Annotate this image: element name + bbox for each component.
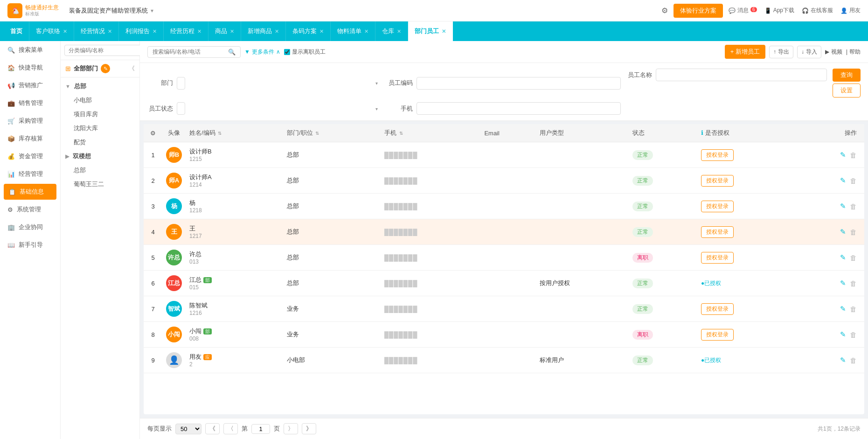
app-download-button[interactable]: 📱 App下载 [764,7,794,14]
search-input[interactable] [153,49,226,55]
page-number-input[interactable] [251,424,270,434]
import-button[interactable]: ↓ 导入 [797,46,821,58]
trial-button[interactable]: 体验行业方案 [674,4,723,18]
edit-button[interactable]: ✎ [840,202,846,210]
delete-button[interactable]: 🗑 [850,279,857,287]
tab-goods[interactable]: 商品 ✕ [208,21,241,41]
sidebar-item-sales[interactable]: 💼 销售管理 [0,94,60,112]
dept-tree-item-xiaodianju[interactable]: 小电部 [61,93,139,107]
sidebar-item-corp[interactable]: 🏢 企业协同 [0,218,60,236]
sidebar-item-system[interactable]: ⚙ 系统管理 [0,201,60,218]
dept-tree-item-peihuo[interactable]: 配货 [61,135,139,149]
dept-tree-item-zongbu[interactable]: 总部 [61,163,139,177]
edit-button[interactable]: ✎ [840,151,846,159]
close-icon[interactable]: ✕ [63,28,67,35]
sidebar-item-inventory[interactable]: 📦 库存核算 [0,130,60,147]
dept-filter-select[interactable] [177,77,185,90]
dept-edit-button[interactable]: ✎ [101,64,110,73]
close-icon[interactable]: ✕ [230,28,234,35]
sidebar-item-finance[interactable]: 💰 资金管理 [0,147,60,165]
tab-home[interactable]: 首页 [4,21,29,41]
col-settings[interactable]: ⚙ [144,124,162,142]
sidebar-item-purchase[interactable]: 🛒 采购管理 [0,112,60,130]
auth-login-button[interactable]: 授权登录 [701,149,734,161]
close-icon[interactable]: ✕ [442,28,446,35]
edit-button[interactable]: ✎ [840,228,846,236]
tab-add-goods[interactable]: 新增商品 ✕ [241,21,286,41]
close-icon[interactable]: ✕ [364,28,368,35]
tab-customer[interactable]: 客户联络 ✕ [29,21,74,41]
auth-login-button[interactable]: 授权登录 [701,175,734,187]
show-resigned-checkbox[interactable] [284,49,290,55]
dept-collapse-button[interactable]: 《 [129,64,135,73]
dept-search-input[interactable] [64,45,143,56]
emp-name-input[interactable] [656,69,827,81]
dept-tree-item-project[interactable]: 项目库房 [61,107,139,121]
edit-button[interactable]: ✎ [840,305,846,313]
col-name-code[interactable]: 姓名/编码 ⇅ [186,124,283,142]
filter-more-button[interactable]: ▼ 更多条件 ∧ [244,48,280,56]
emp-code-input[interactable] [417,77,621,90]
sidebar-item-basic[interactable]: 📋 基础信息 [4,184,56,200]
delete-button[interactable]: 🗑 [850,177,857,185]
delete-button[interactable]: 🗑 [850,228,857,236]
delete-button[interactable]: 🗑 [850,151,857,159]
tab-warehouse[interactable]: 仓库 ✕ [375,21,408,41]
view-button[interactable]: ▶ 视频 [825,48,842,56]
next-page-button[interactable]: 〉 [284,423,298,434]
tab-operation[interactable]: 经营情况 ✕ [74,21,119,41]
first-page-button[interactable]: 《 [205,423,220,434]
search-icon[interactable]: 🔍 [228,49,236,56]
auth-login-button[interactable]: 授权登录 [701,201,734,212]
status-filter-select[interactable] [177,102,185,115]
edit-button[interactable]: ✎ [840,356,846,364]
edit-button[interactable]: ✎ [840,279,846,287]
auth-login-button[interactable]: 授权登录 [701,303,734,315]
phone-input[interactable] [417,102,621,115]
dept-tree-item-shuanglou[interactable]: ▶双楼想 [61,149,139,163]
auth-login-button[interactable]: 授权登录 [701,226,734,238]
close-icon[interactable]: ✕ [319,28,324,35]
tab-history[interactable]: 经营历程 ✕ [164,21,208,41]
edit-button[interactable]: ✎ [840,330,846,339]
auth-login-button[interactable]: 授权登录 [701,252,734,264]
sidebar-item-quicknav[interactable]: 🏠 快捷导航 [0,59,60,77]
delete-button[interactable]: 🗑 [850,331,857,339]
dept-tree-item-general[interactable]: ▼总部 [61,79,139,93]
col-phone[interactable]: 手机 ⇅ [381,124,480,142]
dept-tree-item-putaowang[interactable]: 葡萄王三二 [61,177,139,191]
edit-button[interactable]: ✎ [840,253,846,262]
sidebar-item-operation[interactable]: 📊 经营管理 [0,165,60,183]
add-employee-button[interactable]: + 新增员工 [725,45,765,59]
close-icon[interactable]: ✕ [153,28,157,35]
close-icon[interactable]: ✕ [108,28,112,35]
online-service-button[interactable]: 🎧 在线客服 [802,7,833,14]
close-icon[interactable]: ✕ [397,28,401,35]
export-button[interactable]: ↑ 导出 [769,46,793,58]
tab-profit[interactable]: 利润报告 ✕ [119,21,164,41]
set-button[interactable]: 设置 [833,84,861,98]
delete-button[interactable]: 🗑 [850,254,857,262]
prev-page-button[interactable]: 〈 [223,423,238,434]
edit-button[interactable]: ✎ [840,176,846,185]
delete-button[interactable]: 🗑 [850,356,857,364]
query-button[interactable]: 查询 [833,69,861,82]
message-button[interactable]: 💬 消息 6 [729,7,757,14]
sidebar-item-search[interactable]: 🔍 搜索菜单 [0,41,60,59]
col-dept-pos[interactable]: 部门/职位 ⇅ [283,124,381,142]
tab-department[interactable]: 部门员工 ✕ [408,21,453,41]
user-button[interactable]: 👤 用友 [840,7,861,14]
delete-button[interactable]: 🗑 [850,202,857,210]
close-icon[interactable]: ✕ [197,28,201,35]
gear-button[interactable]: ⚙ [661,6,668,15]
sidebar-item-marketing[interactable]: 📢 营销推广 [0,77,60,94]
delete-button[interactable]: 🗑 [850,305,857,313]
tab-barcode[interactable]: 条码方案 ✕ [286,21,331,41]
help-button[interactable]: | 帮助 [846,48,861,56]
last-page-button[interactable]: 》 [302,423,316,434]
close-icon[interactable]: ✕ [275,28,279,35]
sidebar-item-guide[interactable]: 📖 新手引导 [0,236,60,254]
tab-bom[interactable]: 物料清单 ✕ [331,21,375,41]
dept-all-label[interactable]: 全部部门 [74,64,98,73]
dept-tree-item-shenyang[interactable]: 沈阳大库 [61,121,139,135]
